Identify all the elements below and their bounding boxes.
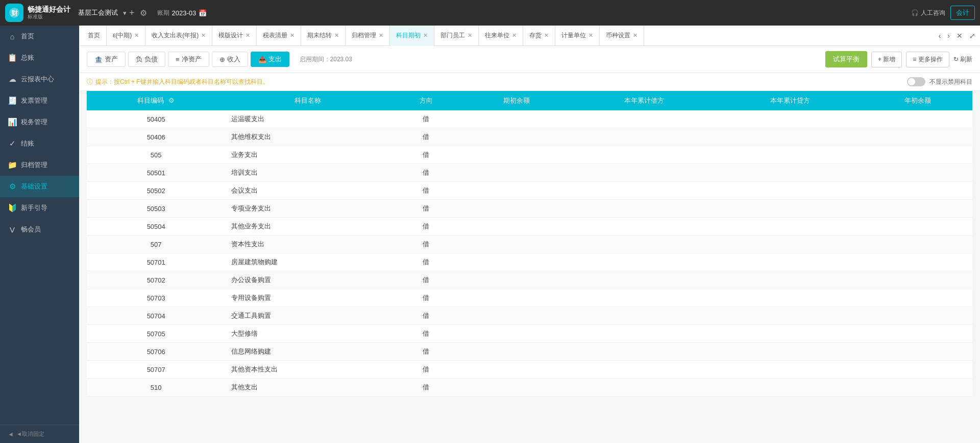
cell-ytd-credit (717, 236, 864, 253)
sidebar-item-archive[interactable]: 📁 归档管理 (0, 154, 79, 176)
cell-period-balance (462, 343, 571, 361)
table-row[interactable]: 50705 大型修缮 借 (87, 325, 972, 343)
tab-close-all-button[interactable]: ✕ (954, 32, 965, 40)
workspace-settings-button[interactable]: ⚙ (140, 8, 147, 18)
cell-ytd-debit (571, 146, 717, 164)
sidebar-item-home[interactable]: ⌂ 首页 (0, 26, 79, 47)
col-settings-icon[interactable]: ⚙ (168, 97, 175, 104)
table-row[interactable]: 50706 信息网络购建 借 (87, 343, 972, 361)
more-button[interactable]: ≡ 更多操作 (906, 52, 949, 67)
calendar-icon[interactable]: 📅 (199, 9, 207, 17)
tab-close-dept[interactable]: ✕ (468, 32, 472, 39)
sub-tab-liability[interactable]: 负 负债 (128, 52, 165, 67)
cell-year-begin (863, 236, 972, 253)
sidebar-item-cloud-report[interactable]: ☁ 云报表中心 (0, 68, 79, 90)
table-row[interactable]: 50405 运温暖支出 借 (87, 110, 972, 128)
tab-next-button[interactable]: › (945, 32, 952, 40)
table-row[interactable]: 507 资本性支出 借 (87, 236, 972, 253)
logo-icon: 财 (5, 4, 23, 22)
tab-subject-init[interactable]: 科目期初 ✕ (390, 26, 434, 46)
disable-toggle[interactable] (907, 77, 925, 86)
tab-maximize-button[interactable]: ⤢ (967, 32, 977, 40)
cell-ytd-debit (571, 182, 717, 200)
balance-button[interactable]: 试算平衡 (825, 51, 867, 67)
table-row[interactable]: 50406 其他维权支出 借 (87, 128, 972, 146)
sidebar-item-member[interactable]: V 畅会员 (0, 219, 79, 240)
sidebar-item-tax[interactable]: 📊 税务管理 (0, 111, 79, 133)
cell-year-begin (863, 110, 972, 128)
table-row[interactable]: 50707 其他资本性支出 借 (87, 361, 972, 379)
tab-template[interactable]: 模版设计 ✕ (212, 26, 257, 46)
sidebar-item-basic-settings[interactable]: ⚙ 基础设置 (0, 176, 79, 197)
tab-tax[interactable]: 税表清册 ✕ (257, 26, 301, 46)
cell-direction: 借 (390, 200, 461, 218)
table-row[interactable]: 50503 专项业务支出 借 (87, 200, 972, 218)
table-row[interactable]: 510 其他支出 借 (87, 379, 972, 397)
table-row[interactable]: 505 业务支出 借 (87, 146, 972, 164)
sidebar-item-new-guide[interactable]: 🔰 新手引导 (0, 197, 79, 219)
sub-tab-asset[interactable]: 🏦 资产 (87, 52, 126, 67)
table-row[interactable]: 50703 专用设备购置 借 (87, 289, 972, 307)
tab-inventory[interactable]: 存货 ✕ (523, 26, 555, 46)
cell-ytd-debit (571, 128, 717, 146)
sidebar: ⌂ 首页 📋 总账 ☁ 云报表中心 🧾 发票管理 📊 税务管理 ✓ 结账 (0, 26, 79, 443)
support-button[interactable]: 🎧 人工咨询 (911, 9, 945, 17)
cell-name: 办公设备购置 (225, 271, 390, 289)
income-icon: ⊕ (219, 56, 225, 63)
tab-close-income[interactable]: ✕ (201, 32, 206, 39)
table-row[interactable]: 50704 交通工具购置 借 (87, 307, 972, 325)
tab-prev-button[interactable]: ‹ (937, 32, 943, 40)
cell-period-balance (462, 379, 571, 397)
table-row[interactable]: 50702 办公设备购置 借 (87, 271, 972, 289)
tab-close-interim[interactable]: ✕ (134, 32, 139, 39)
tab-close-unit[interactable]: ✕ (589, 32, 593, 39)
sub-tab-net-asset[interactable]: ≡ 净资产 (168, 52, 209, 67)
tab-period-end[interactable]: 期末结转 ✕ (301, 26, 346, 46)
cell-name: 交通工具购置 (225, 307, 390, 325)
table-row[interactable]: 50504 其他业务支出 借 (87, 218, 972, 236)
cloud-icon: ☁ (8, 75, 17, 84)
sidebar-collapse-button[interactable]: ◄ ◄取消固定 (0, 425, 79, 443)
workspace-dropdown-icon[interactable]: ▾ (123, 9, 127, 17)
tab-close-template[interactable]: ✕ (246, 32, 250, 39)
account-button[interactable]: 会计 (950, 6, 975, 20)
table-row[interactable]: 50501 培训支出 借 (87, 164, 972, 182)
cell-code: 50502 (87, 182, 225, 200)
cell-direction: 借 (390, 361, 461, 379)
table-row[interactable]: 50701 房屋建筑物购建 借 (87, 253, 972, 271)
sub-tab-income[interactable]: ⊕ 收入 (212, 52, 248, 67)
tab-close-contacts[interactable]: ✕ (512, 32, 517, 39)
settings-icon: ⚙ (8, 182, 17, 191)
tab-close-subject-init[interactable]: ✕ (423, 32, 428, 39)
cell-name: 其他维权支出 (225, 128, 390, 146)
tab-dept[interactable]: 部门员工 ✕ (434, 26, 479, 46)
app-logo: 财 畅捷通好会计 标准版 (5, 4, 70, 22)
tab-close-archive[interactable]: ✕ (379, 32, 383, 39)
tab-close-inventory[interactable]: ✕ (544, 32, 549, 39)
sub-tab-expense[interactable]: 📤 支出 (251, 52, 289, 67)
period-display: 启用期间：2023.03 (300, 55, 352, 64)
tab-close-tax[interactable]: ✕ (290, 32, 295, 39)
cell-period-balance (462, 146, 571, 164)
tab-unit[interactable]: 计量单位 ✕ (555, 26, 600, 46)
refresh-button[interactable]: ↻ 刷新 (953, 55, 972, 64)
tab-close-period-end[interactable]: ✕ (334, 32, 339, 39)
cell-ytd-debit (571, 271, 717, 289)
tab-contacts[interactable]: 往来单位 ✕ (479, 26, 523, 46)
tab-interim[interactable]: ε(中期) ✕ (107, 26, 145, 46)
add-workspace-button[interactable]: + (129, 8, 135, 18)
home-icon: ⌂ (8, 32, 17, 41)
sidebar-item-ledger[interactable]: 📋 总账 (0, 47, 79, 68)
tab-home[interactable]: 首页 (82, 26, 107, 46)
table-row[interactable]: 50502 会议支出 借 (87, 182, 972, 200)
cell-ytd-credit (717, 379, 864, 397)
sidebar-item-checkout[interactable]: ✓ 结账 (0, 133, 79, 154)
sidebar-item-invoice[interactable]: 🧾 发票管理 (0, 90, 79, 111)
tab-archive[interactable]: 归档管理 ✕ (346, 26, 390, 46)
cell-code: 50405 (87, 110, 225, 128)
tab-currency[interactable]: 币种设置 ✕ (600, 26, 644, 46)
cell-direction: 借 (390, 343, 461, 361)
tab-income[interactable]: 收入支出表(年报) ✕ (145, 26, 212, 46)
add-button[interactable]: + 新增 (871, 52, 902, 67)
tab-close-currency[interactable]: ✕ (633, 32, 638, 39)
